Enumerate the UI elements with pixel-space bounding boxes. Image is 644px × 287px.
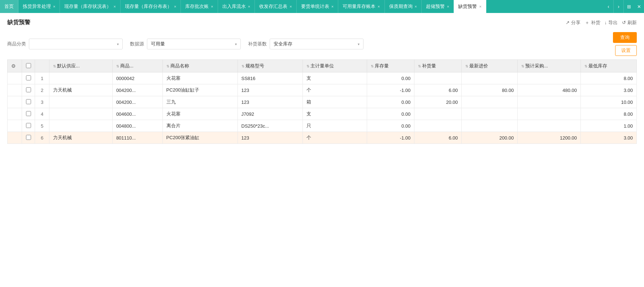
- replenish-base-chevron-icon: ▾: [358, 42, 360, 46]
- tab-6[interactable]: 收发存汇总表×: [255, 0, 296, 13]
- replenish-base-label: 补货基数: [248, 41, 267, 47]
- col-row-num: [35, 60, 49, 72]
- tab-8[interactable]: 可用量库存账本×: [338, 0, 384, 13]
- tab-3[interactable]: 现存量（库存分布表）×: [121, 0, 181, 13]
- datasource-chevron-icon: ▾: [235, 42, 237, 46]
- category-select[interactable]: ▾: [29, 39, 123, 49]
- row-estimated-purchase: 480.00: [518, 84, 581, 96]
- row-stock: 0.00: [367, 108, 414, 120]
- row-min-stock: 1.00: [581, 120, 637, 132]
- share-button[interactable]: ↗ 分享: [566, 19, 580, 26]
- row-spec-model: 123: [238, 96, 303, 108]
- row-unit: 只: [303, 120, 367, 132]
- tab-close-10[interactable]: ×: [447, 4, 449, 9]
- col-unit[interactable]: ⇅主计量单位: [303, 60, 367, 72]
- tab-5[interactable]: 出入库流水×: [218, 0, 255, 13]
- tab-close-4[interactable]: ×: [211, 4, 213, 9]
- tab-2[interactable]: 现存量（库存状况表）×: [60, 0, 120, 13]
- row-supplier: 力天机械: [49, 132, 113, 144]
- replenish-base-select[interactable]: 安全库存 ▾: [270, 39, 364, 49]
- tab-9[interactable]: 保质期查询×: [385, 0, 422, 13]
- tab-close-7[interactable]: ×: [331, 4, 334, 9]
- replenish-qty-sort-icon: ⇅: [418, 64, 421, 68]
- row-product-name: 火花塞: [162, 72, 238, 84]
- settings-button[interactable]: 设置: [615, 45, 637, 56]
- row-supplier: 力天机械: [49, 84, 113, 96]
- replenish-button[interactable]: ＋ 补货: [585, 19, 600, 26]
- restore-window-btn[interactable]: ⊞: [624, 0, 634, 13]
- datasource-filter-group: 数据源 可用量 ▾: [130, 39, 241, 49]
- select-all-checkbox[interactable]: [26, 63, 31, 68]
- row-checkbox-1[interactable]: [26, 87, 31, 92]
- row-latest-price: 200.00: [462, 132, 518, 144]
- tab-7[interactable]: 要货单统计表×: [297, 0, 338, 13]
- row-checkbox-3[interactable]: [26, 111, 31, 116]
- row-unit: 支: [303, 108, 367, 120]
- row-checkbox-5[interactable]: [26, 135, 31, 140]
- row-checkbox-cell: [22, 132, 35, 144]
- tab-close-2[interactable]: ×: [113, 4, 116, 9]
- row-gear: [8, 96, 22, 108]
- row-spec-model: DS250*23c...: [238, 120, 303, 132]
- tab-close-11[interactable]: ×: [479, 4, 481, 9]
- col-stock[interactable]: ⇅库存量: [367, 60, 414, 72]
- row-min-stock: 8.00: [581, 72, 637, 84]
- row-checkbox-4[interactable]: [26, 123, 31, 128]
- col-product-code[interactable]: ⇅商品...: [112, 60, 162, 72]
- row-min-stock: 8.00: [581, 108, 637, 120]
- datasource-select-value: 可用量: [151, 41, 165, 47]
- row-stock: 0.00: [367, 72, 414, 84]
- datasource-select[interactable]: 可用量 ▾: [147, 39, 241, 49]
- replenish-base-select-value: 安全库存: [274, 41, 292, 47]
- row-estimated-purchase: [518, 108, 581, 120]
- tab-close-5[interactable]: ×: [248, 4, 250, 9]
- row-num: 3: [35, 96, 49, 108]
- min-stock-sort-icon: ⇅: [584, 64, 587, 68]
- row-min-stock: 10.00: [581, 96, 637, 108]
- tab-1[interactable]: 拣货异常处理×: [18, 0, 60, 13]
- row-replenish-qty: [414, 72, 462, 84]
- col-latest-price[interactable]: ⇅最新进价: [462, 60, 518, 72]
- col-spec-model[interactable]: ⇅规格型号: [238, 60, 303, 72]
- tab-close-8[interactable]: ×: [378, 4, 380, 9]
- main-content: 缺货预警 ↗ 分享 ＋ 补货 ↓ 导出 ↺ 刷新 商品分类: [0, 13, 644, 287]
- row-supplier: [49, 72, 113, 84]
- col-gear: ⚙: [8, 60, 22, 72]
- export-button[interactable]: ↓ 导出: [605, 19, 618, 26]
- tab-0[interactable]: 首页: [0, 0, 18, 13]
- col-min-stock[interactable]: ⇅最低库存: [581, 60, 637, 72]
- tab-close-6[interactable]: ×: [290, 4, 292, 9]
- row-num: 6: [35, 132, 49, 144]
- row-checkbox-2[interactable]: [26, 99, 31, 104]
- tab-close-9[interactable]: ×: [415, 4, 417, 9]
- tab-next-btn[interactable]: ›: [614, 0, 624, 13]
- row-checkbox-0[interactable]: [26, 75, 31, 80]
- row-replenish-qty: 6.00: [414, 84, 462, 96]
- row-product-name: PC200油缸缸子: [162, 84, 238, 96]
- col-product-name[interactable]: ⇅商品名称: [162, 60, 238, 72]
- row-num: 5: [35, 120, 49, 132]
- row-stock: 0.00: [367, 96, 414, 108]
- tab-close-3[interactable]: ×: [174, 4, 176, 9]
- tab-prev-btn[interactable]: ‹: [604, 0, 614, 13]
- col-estimated-purchase[interactable]: ⇅预计采购...: [518, 60, 581, 72]
- row-num: 4: [35, 108, 49, 120]
- row-stock: 0.00: [367, 120, 414, 132]
- tab-11[interactable]: 缺货预警×: [454, 0, 486, 13]
- row-estimated-purchase: 1200.00: [518, 132, 581, 144]
- tab-10[interactable]: 超储预警×: [422, 0, 454, 13]
- row-stock: -1.00: [367, 84, 414, 96]
- header-actions: ↗ 分享 ＋ 补货 ↓ 导出 ↺ 刷新: [566, 19, 637, 26]
- query-button[interactable]: 查询: [613, 32, 637, 43]
- tab-close-1[interactable]: ×: [53, 4, 55, 9]
- col-replenish-qty[interactable]: ⇅补货量: [414, 60, 462, 72]
- row-unit: 个: [303, 132, 367, 144]
- col-supplier[interactable]: ⇅默认供应...: [49, 60, 113, 72]
- tab-4[interactable]: 库存批次账×: [181, 0, 218, 13]
- close-window-btn[interactable]: ✕: [634, 0, 644, 13]
- table-settings-icon[interactable]: ⚙: [11, 63, 16, 69]
- refresh-button[interactable]: ↺ 刷新: [622, 19, 637, 26]
- row-product-code: 004800...: [112, 120, 162, 132]
- replenish-base-filter-group: 补货基数 安全库存 ▾: [248, 39, 364, 49]
- refresh-icon: ↺: [622, 20, 626, 25]
